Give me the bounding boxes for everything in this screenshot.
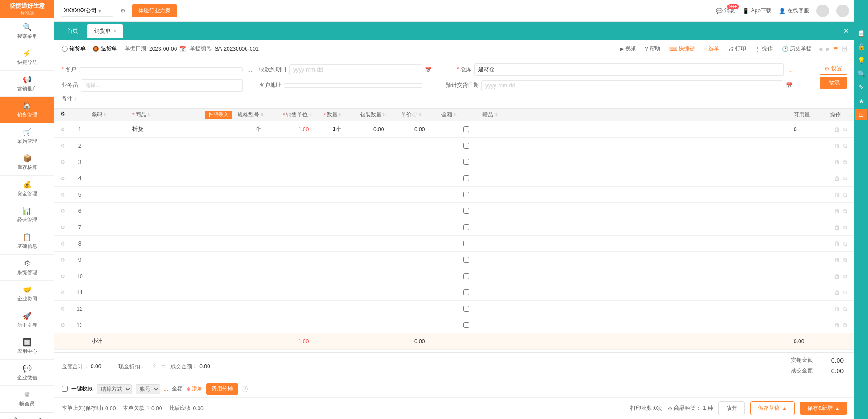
row-remarks-8[interactable] [480, 258, 791, 262]
row-spec-8[interactable] [208, 258, 253, 262]
warehouse-input[interactable]: 建材仓 [474, 63, 784, 76]
row-barcode-12[interactable] [89, 323, 130, 327]
tab-sales-order[interactable]: 销货单 × [87, 24, 123, 38]
expense-split-button[interactable]: 费用分摊 [206, 383, 238, 395]
row-amount-7[interactable] [412, 242, 452, 246]
total-owe-info-icon[interactable]: ? [146, 405, 150, 412]
sidebar-item-wechat[interactable]: 💬 企业微信 [0, 360, 54, 386]
delete-row-icon-4[interactable]: 🗑 [834, 192, 840, 198]
expected-date-input[interactable]: yyyy-mm-dd [481, 80, 783, 91]
row-amount-12[interactable] [412, 323, 452, 327]
delete-row-icon-10[interactable]: 🗑 [834, 289, 840, 296]
row-gift-6[interactable] [452, 222, 480, 232]
row-qty-0[interactable]: -1.00 [294, 125, 330, 135]
copy-row-icon-0[interactable]: ⧉ [843, 126, 847, 133]
sidebar-item-operations[interactable]: 📊 经营管理 [0, 202, 54, 228]
right-panel-btn-4[interactable]: 🔍 [855, 68, 867, 80]
row-goods-9[interactable] [130, 275, 202, 278]
row-spec-3[interactable] [208, 177, 253, 180]
right-panel-btn-2[interactable]: 🔒 [855, 41, 867, 53]
tab-close-icon[interactable]: × [113, 29, 116, 34]
receive-date-input[interactable]: yyyy-mm-dd [289, 64, 422, 75]
row-pack-5[interactable] [330, 209, 371, 213]
settings-icon[interactable]: ⚙ [118, 5, 128, 17]
row-spec-9[interactable] [208, 275, 253, 278]
row-pack-11[interactable] [330, 307, 371, 311]
row-goods-3[interactable] [130, 177, 202, 180]
delete-row-icon-0[interactable]: 🗑 [834, 126, 840, 133]
right-panel-btn-1[interactable]: 📋 [855, 27, 867, 39]
radio-return[interactable]: 退货单 [93, 45, 117, 53]
row-qty-11[interactable] [294, 307, 330, 311]
row-amount-10[interactable] [412, 291, 452, 294]
delete-row-icon-2[interactable]: 🗑 [834, 159, 840, 165]
row-gift-3[interactable] [452, 173, 480, 183]
notes-input[interactable] [75, 97, 847, 101]
row-gift-0[interactable] [452, 125, 480, 134]
row-price-1[interactable] [371, 144, 412, 148]
right-panel-btn-5[interactable]: ✎ [855, 82, 867, 93]
row-barcode-6[interactable] [89, 226, 130, 229]
row-unit-10[interactable] [253, 291, 294, 294]
row-barcode-9[interactable] [89, 275, 130, 278]
row-goods-4[interactable] [130, 193, 202, 197]
row-barcode-1[interactable] [89, 144, 130, 148]
row-pack-12[interactable] [330, 323, 371, 327]
row-amount-4[interactable] [412, 193, 452, 197]
row-remarks-4[interactable] [480, 193, 791, 197]
row-remarks-7[interactable] [480, 242, 791, 246]
sidebar-item-enterprise[interactable]: 🤝 企业协同 [0, 281, 54, 307]
sidebar-item-search[interactable]: 🔍 搜索菜单 [0, 18, 54, 44]
copy-row-icon-3[interactable]: ⧉ [843, 175, 847, 182]
row-qty-5[interactable] [294, 209, 330, 213]
sidebar-item-appstore[interactable]: 🔲 应用中心 [0, 333, 54, 360]
calendar-icon[interactable]: 📅 [179, 46, 186, 52]
row-price-6[interactable] [371, 226, 412, 229]
row-price-10[interactable] [371, 291, 412, 294]
row-spec-6[interactable] [208, 226, 253, 229]
row-unit-5[interactable] [253, 209, 294, 213]
user-avatar[interactable] [816, 5, 829, 17]
delete-row-icon-5[interactable]: 🗑 [834, 208, 840, 214]
copy-row-icon-5[interactable]: ⧉ [843, 208, 847, 214]
goods-type-checkbox[interactable]: ⊙ [668, 405, 672, 412]
info-icon-discount[interactable]: ? [153, 363, 156, 370]
sidebar-item-guide[interactable]: 🚀 新手引导 [0, 307, 54, 333]
row-remarks-6[interactable] [480, 226, 791, 229]
row-qty-6[interactable] [294, 226, 330, 229]
delete-row-icon-8[interactable]: 🗑 [834, 257, 840, 263]
sidebar-item-sales[interactable]: 🏠 销售管理 [0, 97, 54, 123]
row-amount-0[interactable]: 0.00 [412, 125, 452, 135]
copy-row-icon-11[interactable]: ⧉ [843, 306, 847, 312]
row-goods-11[interactable] [130, 307, 202, 311]
row-qty-4[interactable] [294, 193, 330, 197]
row-barcode-11[interactable] [89, 307, 130, 311]
row-pack-10[interactable] [330, 291, 371, 294]
row-unit-8[interactable] [253, 258, 294, 262]
row-pack-7[interactable] [330, 242, 371, 246]
row-gift-12[interactable] [452, 320, 480, 330]
row-goods-5[interactable] [130, 209, 202, 213]
row-goods-6[interactable] [130, 226, 202, 229]
row-settings-1[interactable]: ⚙ [54, 141, 71, 151]
row-amount-1[interactable] [412, 144, 452, 148]
close-all-tabs-icon[interactable]: ✕ [844, 27, 849, 34]
radio-sales[interactable]: 销货单 [62, 45, 86, 53]
receive-date-calendar-icon[interactable]: 📅 [425, 67, 432, 73]
collapse-icon[interactable]: ◀ [37, 416, 41, 419]
row-gift-8[interactable] [452, 255, 480, 265]
row-remarks-11[interactable] [480, 307, 791, 311]
row-spec-1[interactable] [208, 144, 253, 148]
row-remarks-12[interactable] [480, 323, 791, 327]
print-button[interactable]: 🖨 打印 [726, 43, 749, 54]
row-pack-9[interactable] [330, 275, 371, 278]
row-gift-10[interactable] [452, 288, 480, 297]
row-gift-7[interactable] [452, 239, 480, 248]
one-click-checkbox[interactable] [62, 386, 68, 392]
save-new-button[interactable]: 保存&新增 ▲ [800, 402, 847, 415]
row-pack-8[interactable] [330, 258, 371, 262]
row-amount-9[interactable] [412, 275, 452, 278]
row-price-0[interactable]: 0.00 [371, 125, 412, 135]
row-price-3[interactable] [371, 177, 412, 180]
grid-view-icon[interactable]: ⊞ [841, 44, 847, 53]
